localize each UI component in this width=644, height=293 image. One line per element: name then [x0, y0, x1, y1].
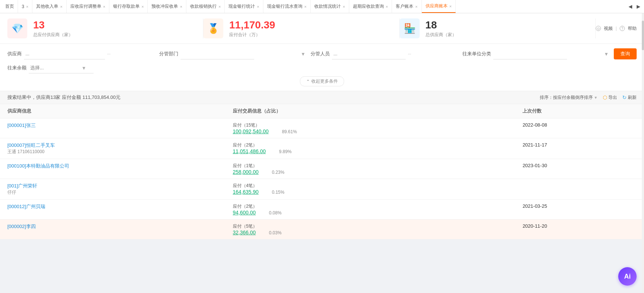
- payable-cell-5: 应付（5笔）32,366.000.03%: [225, 220, 515, 239]
- nav-arrow-left[interactable]: ◀: [626, 4, 634, 9]
- supplier-link-1[interactable]: [000007]恒旺二手叉车: [7, 142, 218, 149]
- payable-supplier-count: 13: [33, 19, 73, 31]
- supplier-cell-2: [000100]本特勤油品有限公司: [0, 159, 225, 179]
- nav-tab-payment-verify[interactable]: 收款核销执行×: [186, 0, 225, 13]
- scrollbar-thumb[interactable]: [642, 21, 644, 50]
- pay-percent-0: 89.61%: [282, 129, 297, 134]
- filter-area: 供应商 ··· 分管部门 ▼ 分管人员 ··· 往来单位分类 ▼ 查询 往来: [0, 44, 644, 91]
- balance-filter-label: 往来余额: [7, 65, 27, 71]
- pay-amount-5[interactable]: 32,366.00: [233, 230, 256, 235]
- nav-tab-tab3[interactable]: 3×: [18, 0, 32, 13]
- nav-tab-close-cash-bank-flow[interactable]: ×: [304, 4, 307, 9]
- supplier-cell-5: [000002]李四: [0, 220, 225, 239]
- nav-tab-close-collection-stat[interactable]: ×: [343, 4, 345, 9]
- pay-amount-2[interactable]: 258,000.00: [233, 169, 259, 175]
- export-icon: ⬡: [603, 94, 607, 100]
- nav-tab-close-payable-adjust[interactable]: ×: [103, 4, 105, 9]
- pay-amount-1[interactable]: 11,051,486.00: [233, 148, 266, 154]
- col-header-supplier: 供应商信息: [0, 104, 225, 118]
- table-row: [000012]广州贝瑞应付（2笔）94,600.000.08%2021-03-…: [0, 200, 644, 220]
- nav-tab-close-overdue-query[interactable]: ×: [386, 4, 388, 9]
- filter-category: 往来单位分类 ▼: [462, 48, 610, 59]
- nav-tab-home[interactable]: 首页: [1, 0, 18, 13]
- sort-selector[interactable]: 排序：按应付余额倒序排序 ▼: [540, 94, 598, 101]
- nav-tab-collection-stat[interactable]: 收款情况统计×: [311, 0, 349, 13]
- dept-filter-label: 分管部门: [159, 51, 178, 57]
- supplier-link-5[interactable]: [000002]李四: [7, 223, 218, 230]
- supplier-cell-0: [000001]张三: [0, 118, 225, 138]
- refresh-label: 刷新: [628, 94, 637, 101]
- collapse-button[interactable]: ⌃ 收起更多条件: [300, 76, 344, 86]
- dept-filter-input[interactable]: [181, 48, 254, 59]
- nav-tab-close-cash-bank-stat[interactable]: ×: [257, 4, 259, 9]
- refresh-button[interactable]: ↻ 刷新: [622, 94, 637, 101]
- nav-tab-close-customer-account[interactable]: ×: [415, 4, 417, 9]
- dept-dropdown[interactable]: ▼: [181, 48, 307, 59]
- nav-tab-close-bank-deposit[interactable]: ×: [141, 4, 144, 9]
- nav-tab-customer-account[interactable]: 客户账本×: [392, 0, 421, 13]
- nav-tab-close-tab3[interactable]: ×: [26, 4, 28, 9]
- supplier-filter-input[interactable]: [24, 48, 105, 59]
- filter-supplier: 供应商 ···: [7, 48, 155, 59]
- right-scrollbar[interactable]: [642, 13, 644, 239]
- help-link[interactable]: 帮助: [628, 25, 637, 32]
- circle-icon: ⊙: [596, 26, 601, 31]
- pay-amount-4[interactable]: 94,600.00: [233, 210, 256, 216]
- pay-amount-3[interactable]: 164,635.90: [233, 189, 259, 195]
- last-pay-cell-3: [515, 179, 644, 200]
- query-button[interactable]: 查询: [614, 48, 637, 59]
- filter-row-1: 供应商 ··· 分管部门 ▼ 分管人员 ··· 往来单位分类 ▼ 查询: [7, 48, 637, 59]
- last-pay-cell-0: 2022-08-08: [515, 118, 644, 138]
- nav-tab-payable-adjust[interactable]: 应收应付调整单×: [67, 0, 109, 13]
- payable-total-label: 应付合计（万）: [229, 32, 275, 38]
- category-dropdown[interactable]: ▼: [493, 48, 610, 59]
- summary-card-payable-suppliers: 💎 13 总应付供应商（家）: [7, 18, 203, 38]
- nav-tab-advance-write-off[interactable]: 预收冲应收单×: [148, 0, 186, 13]
- supplier-link-4[interactable]: [000012]广州贝瑞: [7, 203, 218, 210]
- payable-cell-1: 应付（2笔）11,051,486.009.89%: [225, 138, 515, 159]
- payable-total-amount: 11,170.39: [229, 19, 275, 31]
- supplier-link-3[interactable]: [001]广州荣轩: [7, 183, 218, 189]
- category-filter-input[interactable]: [493, 48, 567, 59]
- summary-row: 💎 13 总应付供应商（家） 🏅 11,170.39 应付合计（万） 🏪 18 …: [0, 13, 644, 44]
- supplier-cell-1: [000007]恒旺二手叉车王通 17106110000: [0, 138, 225, 159]
- nav-tab-cash-bank-stat[interactable]: 现金银行统计×: [225, 0, 263, 13]
- pay-label-1: 应付（2笔）: [233, 142, 258, 148]
- export-button[interactable]: ⬡ 导出: [603, 94, 617, 101]
- nav-tab-close-advance-write-off[interactable]: ×: [180, 4, 182, 9]
- summary-card-payable-total: 🏅 11,170.39 应付合计（万）: [203, 18, 399, 38]
- top-right-links: ⊙ 视频 | ? 帮助: [596, 25, 637, 32]
- filter-balance: 往来余额 ▼: [7, 62, 637, 73]
- total-supplier-label: 总供应商（家）: [426, 32, 456, 38]
- supplier-cell-4: [000012]广州贝瑞: [0, 200, 225, 220]
- nav-arrow-right[interactable]: ▶: [634, 4, 643, 9]
- person-dots-icon: ···: [408, 52, 411, 56]
- supplier-filter-label: 供应商: [7, 51, 22, 57]
- sort-label: 排序：按应付余额倒序排序: [540, 95, 593, 100]
- nav-tab-other-income[interactable]: 其他收入单×: [32, 0, 66, 13]
- nav-tab-close-payment-verify[interactable]: ×: [218, 4, 221, 9]
- filter-row-2: 往来余额 ▼: [7, 62, 637, 73]
- payable-cell-0: 应付（15笔）100,092,540.0089.61%: [225, 118, 515, 138]
- video-link[interactable]: 视频: [604, 25, 613, 32]
- supplier-link-0[interactable]: [000001]张三: [7, 122, 218, 129]
- person-filter-input[interactable]: [332, 48, 406, 59]
- supplier-link-2[interactable]: [000100]本特勤油品有限公司: [7, 163, 218, 169]
- nav-tab-cash-bank-flow[interactable]: 现金银行流水查询×: [263, 0, 311, 13]
- pay-percent-4: 0.08%: [269, 210, 281, 216]
- pay-percent-2: 0.23%: [272, 170, 284, 175]
- table-header: 供应商信息 应付交易信息（占比） 上次付数: [0, 104, 644, 118]
- nav-tab-overdue-query[interactable]: 超期应收款查询×: [349, 0, 392, 13]
- nav-tab-supplier-account[interactable]: 供应商账本×: [422, 0, 456, 13]
- balance-dropdown[interactable]: ▼: [29, 62, 88, 73]
- supplier-cell-3: [001]广州荣轩仔仔: [0, 179, 225, 200]
- nav-tab-close-other-income[interactable]: ×: [60, 4, 62, 9]
- category-filter-label: 往来单位分类: [462, 51, 491, 57]
- balance-filter-input[interactable]: [29, 62, 94, 73]
- dept-dropdown-arrow: ▼: [301, 51, 305, 57]
- filter-dept: 分管部门 ▼: [159, 48, 307, 59]
- payable-cell-3: 应付（4笔）164,635.900.15%: [225, 179, 515, 200]
- nav-tab-bank-deposit[interactable]: 银行存取款单×: [109, 0, 148, 13]
- pay-amount-0[interactable]: 100,092,540.00: [233, 128, 269, 134]
- nav-tab-close-supplier-account[interactable]: ×: [449, 4, 452, 8]
